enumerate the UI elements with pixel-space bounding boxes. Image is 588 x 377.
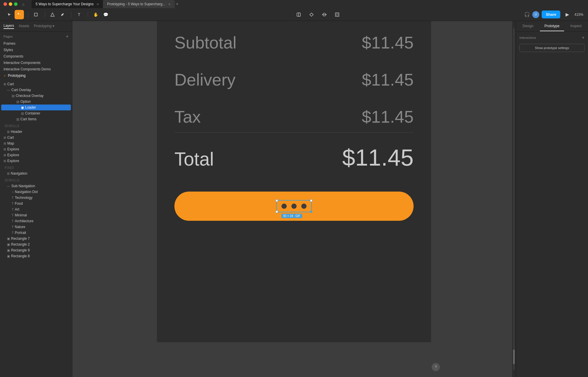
tab-prototyping[interactable]: Prototyping - 5 Ways to Supercharg... ✕ bbox=[103, 0, 175, 8]
layer-cart-group[interactable]: ⊞ Cart bbox=[1, 81, 71, 87]
tool-move[interactable] bbox=[5, 10, 14, 19]
handle-bl bbox=[276, 211, 278, 213]
add-interaction-button[interactable]: + bbox=[582, 35, 584, 40]
frame-display: Subtotal $11.45 Delivery $11.45 Tax $11.… bbox=[157, 21, 431, 342]
page-prototyping[interactable]: ✓ Prototyping bbox=[1, 72, 71, 79]
layer-label: Technology bbox=[15, 196, 33, 200]
page-frames[interactable]: Frames bbox=[1, 40, 71, 47]
layer-label: Container bbox=[25, 111, 40, 115]
layer-label: Rectangle 2 bbox=[11, 242, 30, 246]
layer-label: Cart bbox=[7, 82, 14, 86]
layer-art[interactable]: T Art bbox=[1, 206, 71, 212]
tool-mask[interactable] bbox=[320, 10, 329, 19]
tab-design[interactable]: Design bbox=[516, 21, 540, 31]
layer-label: Explore bbox=[7, 147, 19, 151]
layer-checkout-overlay[interactable]: ▤ Checkout Overlay bbox=[1, 93, 71, 99]
svg-rect-9 bbox=[336, 14, 338, 15]
tab-assets[interactable]: Assets bbox=[19, 24, 29, 29]
svg-marker-5 bbox=[310, 13, 313, 16]
page-styles[interactable]: Styles bbox=[1, 47, 71, 53]
add-page-button[interactable]: + bbox=[66, 34, 69, 39]
tax-label: Tax bbox=[174, 107, 201, 126]
layer-rect7[interactable]: ▣ Rectangle 7 bbox=[1, 236, 71, 242]
interactions-label: Interactions bbox=[519, 36, 536, 39]
tool-pen[interactable] bbox=[58, 10, 67, 19]
new-tab-button[interactable]: + bbox=[176, 1, 178, 7]
layer-cart-items[interactable]: ▤ Cart Items bbox=[1, 116, 71, 122]
tool-slice[interactable] bbox=[332, 10, 342, 19]
home-icon[interactable]: ⌂ bbox=[22, 2, 27, 6]
layer-portrait[interactable]: T Portrait bbox=[1, 230, 71, 236]
layer-label: Header bbox=[11, 130, 22, 134]
tool-align[interactable] bbox=[294, 10, 303, 19]
tool-hand[interactable]: ✋ bbox=[91, 10, 100, 19]
layer-map[interactable]: ⊞ Map bbox=[1, 140, 71, 146]
layer-icon: T bbox=[12, 225, 14, 229]
tab-prototype[interactable]: Prototype bbox=[540, 21, 564, 31]
tab-label: 5 Ways to Supercharge Your Designs bbox=[36, 2, 94, 6]
layer-label: Nature bbox=[15, 225, 25, 229]
tab-prototyping[interactable]: Prototyping ▾ bbox=[34, 24, 54, 29]
avatar: U bbox=[532, 11, 539, 18]
tool-comment[interactable]: 💬 bbox=[101, 10, 110, 19]
layer-rect9[interactable]: ▣ Rectangle 9 bbox=[1, 247, 71, 253]
tool-scale[interactable] bbox=[15, 10, 24, 19]
layer-architecture[interactable]: T Architecture bbox=[1, 218, 71, 224]
layer-icon: ▣ bbox=[7, 249, 10, 252]
layer-rect2[interactable]: ▣ Rectangle 2 bbox=[1, 242, 71, 247]
layer-nav-dot[interactable]: ○ Navigation Dot bbox=[1, 189, 71, 195]
tab-close-icon[interactable]: ✕ bbox=[97, 3, 99, 6]
play-button[interactable]: ▶ bbox=[563, 10, 572, 19]
layer-nature[interactable]: T Nature bbox=[1, 224, 71, 230]
tab-layers[interactable]: Layers bbox=[4, 24, 14, 29]
help-button[interactable]: ? bbox=[432, 363, 440, 371]
layer-cart-2[interactable]: ⊞ Cart bbox=[1, 135, 71, 140]
left-panel: Layers Assets Prototyping ▾ Pages + Fram… bbox=[0, 21, 72, 377]
tab-close-icon[interactable]: ✕ bbox=[168, 3, 171, 6]
layer-sub-navigation[interactable]: — Sub Navigation bbox=[1, 183, 71, 189]
show-prototype-settings-button[interactable]: Show prototype settings bbox=[519, 44, 584, 52]
vertical-scrollbar[interactable] bbox=[512, 21, 516, 377]
subtotal-row: Subtotal $11.45 bbox=[157, 21, 431, 58]
layer-label: Navigation Dot bbox=[15, 190, 38, 194]
tool-shapes[interactable] bbox=[48, 10, 57, 19]
page-components[interactable]: Components bbox=[1, 53, 71, 60]
layer-explore-1[interactable]: ⊞ Explore bbox=[1, 146, 71, 152]
close-button[interactable] bbox=[4, 2, 7, 6]
loader-dot-1 bbox=[281, 204, 287, 209]
maximize-button[interactable] bbox=[14, 2, 18, 6]
layer-option[interactable]: ▤ Option bbox=[1, 99, 71, 105]
delivery-row: Delivery $11.45 bbox=[157, 58, 431, 95]
layer-icon: ⊞ bbox=[4, 153, 6, 157]
page-interactive-components-demo[interactable]: Interactive Components Demo bbox=[1, 66, 71, 72]
canvas-area[interactable]: Subtotal $11.45 Delivery $11.45 Tax $11.… bbox=[72, 21, 516, 377]
layer-loader[interactable]: ▣ Loader bbox=[1, 105, 71, 110]
tool-text[interactable]: T bbox=[74, 10, 84, 19]
share-button[interactable]: Share bbox=[542, 11, 560, 18]
layer-icon: T bbox=[12, 202, 14, 205]
page-interactive-components[interactable]: Interactive Components bbox=[1, 60, 71, 66]
tool-group-shapes bbox=[48, 10, 67, 19]
minimize-button[interactable] bbox=[9, 2, 12, 6]
layer-label: Explore bbox=[7, 159, 19, 163]
layer-food[interactable]: T Food bbox=[1, 201, 71, 206]
layer-icon: — bbox=[7, 184, 10, 188]
tool-frame[interactable] bbox=[31, 10, 41, 19]
layer-explore-3[interactable]: ⊞ Explore bbox=[1, 158, 71, 164]
right-panel-content: Interactions + Show prototype settings bbox=[516, 32, 588, 377]
tab-designs[interactable]: 5 Ways to Supercharge Your Designs ✕ bbox=[32, 0, 103, 8]
layer-navigation[interactable]: ⊞ Navigation bbox=[1, 171, 71, 176]
layer-technology[interactable]: T Technology bbox=[1, 195, 71, 201]
layer-rect8[interactable]: ▣ Rectangle 8 bbox=[1, 253, 71, 259]
total-label: Total bbox=[174, 148, 214, 170]
tool-component[interactable] bbox=[307, 10, 316, 19]
layer-explore-2[interactable]: ⊞ Explore bbox=[1, 152, 71, 158]
cta-button[interactable]: 83 × 18 · GIF bbox=[174, 192, 414, 221]
layer-cart-overlay[interactable]: — Cart Overlay bbox=[1, 87, 71, 93]
scrollbar-thumb-v[interactable] bbox=[513, 350, 515, 364]
layer-container[interactable]: ▤ Container bbox=[1, 110, 71, 116]
layer-minimal[interactable]: T Minimal bbox=[1, 212, 71, 218]
tab-inspect[interactable]: Inspect bbox=[564, 21, 588, 31]
layer-header[interactable]: ⊞ Header bbox=[1, 129, 71, 135]
svg-rect-8 bbox=[335, 13, 339, 16]
